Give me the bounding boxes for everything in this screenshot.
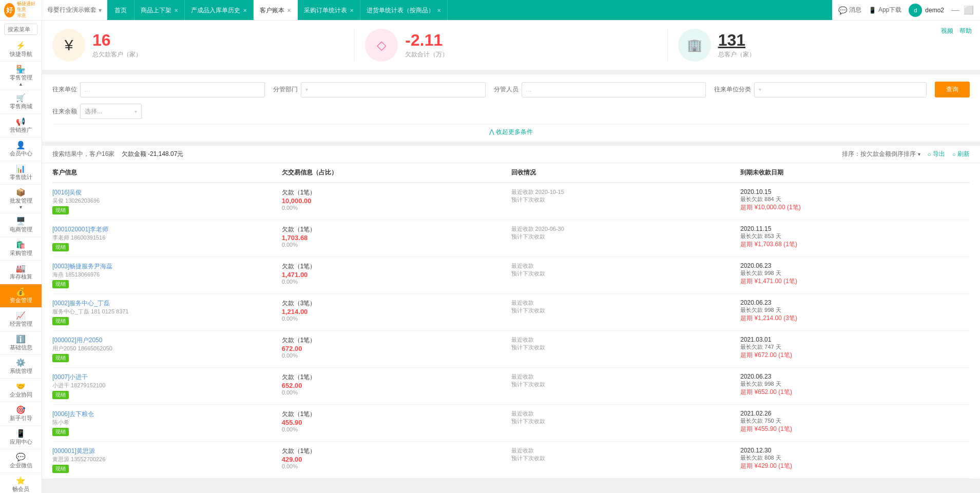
due-date-val-0: 2020.10.15 [740, 188, 970, 195]
vendor-label: 往来单位 [52, 85, 77, 94]
summary-card-debt-customers: ¥ 16 总欠款客户（家） [52, 29, 355, 62]
sidebar-item-retail-stats[interactable]: 📊 零售统计 [0, 161, 42, 185]
results-amount: 欠款金额 -21,148.07元 [122, 150, 184, 157]
tab-home[interactable]: 首页 [107, 0, 134, 20]
debt-ratio-0: 0.00% [282, 205, 511, 211]
vendor-input[interactable]: ... [80, 82, 265, 97]
dept-label: 分管部门 [273, 85, 298, 94]
tab-products-off[interactable]: 商品上下架 ✕ [134, 0, 185, 20]
recovery-3: 最近收款 预计下次收款 [511, 299, 741, 314]
max-debt-0: 最长欠款 884 天 [740, 195, 970, 203]
table-row: [000001]黄思源 黄思源 13552700226 现销 欠款（1笔） 42… [52, 442, 970, 479]
customer-name-0[interactable]: [0016]吴俊 [52, 188, 282, 197]
help-link[interactable]: 帮助 [959, 27, 972, 35]
next-collect-0: 预计下次收款 [511, 196, 741, 204]
sidebar-item-ecommerce[interactable]: 🖥️ 电商管理 [0, 213, 42, 237]
table-row: [0001020001]李老师 李老师 18600391516 现销 欠款（1笔… [52, 220, 970, 257]
recovery-6: 最近收款 预计下次收款 [511, 410, 741, 425]
due-date-1: 2020.11.15 最长欠款 853 天 超期 ¥1,703.68 (1笔) [740, 225, 970, 249]
customer-name-5[interactable]: [0007]小进干 [52, 373, 282, 382]
suite-name[interactable]: 母婴行业演示账套 ▾ [42, 0, 107, 20]
sidebar-item-batch-mgmt[interactable]: 📦 批发管理 ▼ [0, 185, 42, 213]
filter-row-1: 往来单位 ... 分管部门 ▾ 分管人员 ... [52, 82, 970, 97]
debt-amount-value: -2.11 [405, 32, 448, 48]
sidebar-item-quick-nav[interactable]: ⚡ 快捷导航 [0, 38, 42, 62]
tab-close-products[interactable]: ✕ [174, 8, 178, 13]
person-input[interactable]: ... [522, 82, 706, 97]
window-controls: — ⬜ [951, 5, 974, 15]
tab-production-history[interactable]: 产成品入库单历史 ✕ [185, 0, 254, 20]
logo-text: 畅捷通好生意 示意 [17, 1, 37, 19]
tab-close-production[interactable]: ✕ [243, 8, 247, 13]
video-link[interactable]: 视频 [941, 27, 953, 35]
sidebar-item-newbie[interactable]: 🎯 新手引导 [0, 402, 42, 426]
summary-icon-building: 🏢 [678, 29, 711, 62]
vendor-filter: 往来单位 ... [52, 82, 265, 97]
table-row: [0016]吴俊 吴俊 13026203696 现销 欠款（1笔） 10,000… [52, 183, 970, 220]
last-collect-0: 最近收款 2020-10-15 [511, 188, 741, 196]
tab-incoming-stats[interactable]: 进货单统计表（按商品） ✕ [360, 0, 448, 20]
sidebar-item-enterprise-collab[interactable]: 🤝 企业协同 [0, 379, 42, 402]
tab-close-customer[interactable]: ✕ [287, 8, 291, 13]
sidebar-item-enterprise-wechat[interactable]: 💬 企业微信 [0, 449, 42, 473]
due-date-2: 2020.06.23 最长欠款 998 天 超期 ¥1,471.00 (1笔) [740, 262, 970, 286]
debt-info-3: 欠款（3笔） 1,214.00 0.00% [282, 299, 511, 322]
sidebar-item-app-center[interactable]: 📱 应用中心 [0, 426, 42, 449]
sidebar-item-inventory[interactable]: 🏭 库存核算 [0, 261, 42, 284]
customer-name-2[interactable]: [0003]畅捷服务尹海蕊 [52, 262, 282, 271]
tab-customer-accounts[interactable]: 客户账本 ✕ [254, 0, 298, 20]
refresh-btn[interactable]: ○ 刷新 [952, 150, 970, 159]
debt-amount-label: 欠款合计（万） [405, 50, 448, 59]
user-profile[interactable]: d demo2 [909, 4, 944, 17]
maximize-btn[interactable]: ⬜ [964, 5, 974, 15]
recovery-4: 最近收款 预计下次收款 [511, 336, 741, 351]
summary-info-debt-customers: 16 总欠款客户（家） [92, 32, 142, 59]
col-header-recovery: 回收情况 [511, 168, 741, 177]
debt-amount-0: 10,000.00 [282, 197, 511, 205]
results-summary: 搜索结果中，客户16家 欠款金额 -21,148.07元 [52, 150, 183, 159]
due-date-0: 2020.10.15 最长欠款 884 天 超期 ¥10,000.00 (1笔) [740, 188, 970, 212]
recovery-7: 最近收款 预计下次收款 [511, 447, 741, 462]
export-btn[interactable]: ○ 导出 [928, 150, 945, 159]
debt-info-7: 欠款（1笔） 429.00 0.00% [282, 447, 511, 469]
tab-purchase-order[interactable]: 采购订单统计表 ✕ [298, 0, 360, 20]
message-btn[interactable]: 💬 消息 [838, 6, 861, 14]
sidebar-item-retail-mgmt[interactable]: 🏪 零售管理 ▲ [0, 62, 42, 90]
recovery-0: 最近收款 2020-10-15 预计下次收款 [511, 188, 741, 204]
customer-name-7[interactable]: [000001]黄思源 [52, 447, 282, 456]
customer-name-4[interactable]: [000002]用户2050 [52, 336, 282, 345]
dept-select[interactable]: ▾ [301, 82, 486, 97]
sidebar-item-operations[interactable]: 📈 经营管理 [0, 308, 42, 331]
tab-close-purchase[interactable]: ✕ [350, 8, 354, 13]
minimize-btn[interactable]: — [951, 6, 959, 15]
sidebar-item-finance[interactable]: 💰 资金管理 [0, 284, 42, 308]
balance-select[interactable]: 选择... ▾ [80, 104, 142, 119]
sidebar-item-system[interactable]: ⚙️ 系统管理 [0, 355, 42, 379]
customer-name-3[interactable]: [0002]服务中心_丁磊 [52, 299, 282, 308]
collapse-btn[interactable]: ⋀ 收起更多条件 [52, 124, 970, 140]
avatar: d [909, 4, 922, 17]
sidebar-item-purchase[interactable]: 🛍️ 采购管理 [0, 237, 42, 261]
table-row: [0002]服务中心_丁磊 服务中心_丁磊 181 0125 8371 现销 欠… [52, 294, 970, 331]
app-download-btn[interactable]: 📱 App下载 [869, 6, 901, 14]
sidebar-item-member[interactable]: 👤 会员中心 [0, 137, 42, 161]
sort-control[interactable]: 排序：按欠款金额倒序排序 ▾ [842, 150, 920, 159]
sidebar-item-member-pro[interactable]: ⭐ 畅会员 [0, 473, 42, 493]
sidebar-item-basic-info[interactable]: ℹ️ 基础信息 [0, 331, 42, 355]
customer-info-5: [0007]小进干 小进干 18279152100 现销 [52, 373, 282, 399]
results-count: 搜索结果中，客户16家 [52, 150, 114, 157]
tab-close-incoming[interactable]: ✕ [437, 8, 441, 13]
customer-info-6: [0006]去下粮仓 陈小希 现销 [52, 410, 282, 436]
summary-info-debt-amount: -2.11 欠款合计（万） [405, 32, 448, 59]
overdue-0: 超期 ¥10,000.00 (1笔) [740, 203, 970, 212]
search-button[interactable]: 查询 [935, 82, 970, 97]
customer-name-6[interactable]: [0006]去下粮仓 [52, 410, 282, 419]
customer-info-4: [000002]用户2050 用户2050 18665062050 现销 [52, 336, 282, 362]
sidebar-item-marketing[interactable]: 📢 营销推广 [0, 114, 42, 137]
category-select[interactable]: ▾ [754, 82, 927, 97]
sidebar-item-retail-mall[interactable]: 🛒 零售商城 [0, 90, 42, 114]
sidebar: ⚡ 快捷导航 🏪 零售管理 ▲ 🛒 零售商城 📢 营销推广 👤 会员中心 📊 零… [0, 21, 42, 493]
search-input[interactable] [4, 24, 37, 35]
customer-name-1[interactable]: [0001020001]李老师 [52, 225, 282, 234]
tab-bar: 首页 商品上下架 ✕ 产成品入库单历史 ✕ 客户账本 ✕ 采购订单统计表 ✕ 进… [107, 0, 832, 20]
